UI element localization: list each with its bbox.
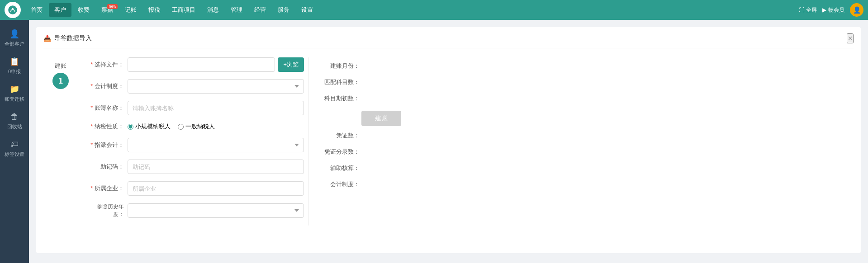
main-content: 📥 导爷数据导入 × 建账 1 * 选择文件：: [29, 20, 868, 263]
step-label: 建账: [55, 62, 66, 70]
close-button[interactable]: ×: [847, 33, 854, 43]
company-label: * 所属企业：: [87, 184, 128, 193]
sidebar-item-migrate[interactable]: 📁 账套迁移: [0, 80, 29, 107]
form-row-accountant: * 指派会计：: [87, 138, 304, 152]
form-row-ledger: * 账簿名称：: [87, 101, 304, 115]
vertical-divider: [308, 57, 309, 225]
month-label: 建账月份：: [323, 62, 363, 70]
step-circle: 1: [52, 73, 69, 89]
tax-small-label: 小规模纳税人: [135, 122, 171, 131]
tag-icon: 🏷: [9, 139, 19, 149]
sidebar: 👤 全部客户 📋 0申报 📁 账套迁移 🗑 回收站 🏷 标签设置: [0, 20, 29, 263]
tax-general-option[interactable]: 一般纳税人: [178, 122, 215, 131]
tax-small-radio[interactable]: [128, 124, 133, 130]
svg-point-1: [12, 8, 14, 10]
ledger-name-input[interactable]: [128, 101, 304, 115]
fullscreen-icon: ⛶: [799, 7, 804, 13]
form-row-accounting: * 会计制度：: [87, 79, 304, 94]
avatar[interactable]: 👤: [850, 3, 863, 17]
fullscreen-button[interactable]: ⛶ 全屏: [799, 6, 817, 14]
nav-home[interactable]: 首页: [25, 3, 48, 17]
memo-label: 助记码：: [87, 163, 128, 171]
info-row-match: 匹配科目数：: [323, 78, 440, 86]
accounting-sys-label: 会计制度：: [323, 180, 363, 188]
nav-msg[interactable]: 消息: [202, 3, 224, 17]
nav-settings[interactable]: 设置: [296, 3, 318, 17]
layout: 👤 全部客户 📋 0申报 📁 账套迁移 🗑 回收站 🏷 标签设置 📥 导爷数据导…: [0, 20, 868, 263]
tax-label: * 纳税性质：: [87, 122, 128, 131]
badge-new: new: [107, 4, 118, 9]
browse-button[interactable]: +浏览: [278, 57, 304, 72]
form-row-memo: 助记码：: [87, 160, 304, 174]
memo-input[interactable]: [128, 160, 304, 174]
info-row-period: 科目期初数：: [323, 94, 440, 103]
top-nav: 首页 客户 收费 票据 new 记账 报税 工商项目 消息 管理 经营 服务 设…: [0, 0, 868, 20]
form-section: * 选择文件： +浏览 * 会计制度：: [87, 57, 304, 225]
voucher-records-label: 凭证分录数：: [323, 148, 363, 156]
nav-client[interactable]: 客户: [49, 3, 71, 17]
card-header: 📥 导爷数据导入: [43, 34, 854, 48]
right-panel: 建账月份： 匹配科目数： 科目期初数： 建账 凭证数：: [313, 57, 449, 225]
file-label: * 选择文件：: [87, 61, 128, 69]
tax-general-radio[interactable]: [178, 124, 184, 130]
nav-ledger[interactable]: 记账: [119, 3, 142, 17]
all-clients-icon: 👤: [9, 29, 19, 39]
import-icon: 📥: [43, 35, 51, 42]
member-button[interactable]: ▶ 畅会员: [822, 6, 844, 14]
info-row-voucher: 凭证数：: [323, 132, 440, 140]
info-row-aux: 辅助核算：: [323, 164, 440, 172]
nav-manage[interactable]: 管理: [225, 3, 248, 17]
nav-service[interactable]: 服务: [272, 3, 295, 17]
history-label: 参照历史年度：: [87, 203, 128, 218]
svg-point-0: [8, 5, 17, 14]
company-input[interactable]: [128, 181, 304, 196]
file-row: +浏览: [128, 57, 304, 72]
tax-general-label: 一般纳税人: [185, 122, 215, 131]
sidebar-item-tag[interactable]: 🏷 标签设置: [0, 135, 29, 162]
recycle-icon: 🗑: [9, 112, 19, 122]
sidebar-item-recycle[interactable]: 🗑 回收站: [0, 107, 29, 135]
member-icon: ▶: [822, 7, 826, 13]
period-label: 科目期初数：: [323, 94, 363, 103]
ledger-label: * 账簿名称：: [87, 104, 128, 112]
info-row-month: 建账月份：: [323, 62, 440, 70]
form-area: 建账 1 * 选择文件： +浏览: [43, 57, 854, 225]
voucher-label: 凭证数：: [323, 132, 363, 140]
info-row-accounting-sys: 会计制度：: [323, 180, 440, 188]
nav-tax[interactable]: 报税: [143, 3, 166, 17]
nav-biz[interactable]: 工商项目: [166, 3, 201, 17]
accountant-label: * 指派会计：: [87, 141, 128, 149]
accounting-select[interactable]: [128, 79, 304, 94]
step-panel: 建账 1: [52, 57, 69, 225]
match-label: 匹配科目数：: [323, 78, 363, 86]
accounting-label: * 会计制度：: [87, 82, 128, 90]
nav-items: 首页 客户 收费 票据 new 记账 报税 工商项目 消息 管理 经营 服务 设…: [25, 3, 799, 17]
accountant-select[interactable]: [128, 138, 304, 152]
tax-radio-group: 小规模纳税人 一般纳税人: [128, 122, 215, 131]
form-row-tax: * 纳税性质： 小规模纳税人 一般纳税人: [87, 122, 304, 131]
sidebar-item-all-clients[interactable]: 👤 全部客户: [0, 24, 29, 52]
file-input[interactable]: [128, 57, 275, 72]
aux-label: 辅助核算：: [323, 164, 363, 172]
card: 📥 导爷数据导入 × 建账 1 * 选择文件：: [36, 27, 861, 253]
logo[interactable]: [5, 2, 21, 18]
tax-small-option[interactable]: 小规模纳税人: [128, 122, 171, 131]
migrate-icon: 📁: [9, 84, 19, 94]
nav-right: ⛶ 全屏 ▶ 畅会员 👤: [799, 3, 863, 17]
form-row-file: * 选择文件： +浏览: [87, 57, 304, 72]
submit-button[interactable]: 建账: [361, 111, 401, 126]
form-row-history: 参照历史年度：: [87, 203, 304, 218]
info-row-voucher-records: 凭证分录数：: [323, 148, 440, 156]
history-select[interactable]: [128, 203, 304, 218]
sidebar-item-declare[interactable]: 📋 0申报: [0, 52, 29, 80]
nav-fee[interactable]: 收费: [72, 3, 95, 17]
nav-invoice[interactable]: 票据 new: [96, 3, 119, 17]
page-title: 导爷数据导入: [54, 34, 92, 42]
form-row-company: * 所属企业：: [87, 181, 304, 196]
declare-icon: 📋: [9, 56, 19, 66]
nav-ops[interactable]: 经营: [249, 3, 271, 17]
